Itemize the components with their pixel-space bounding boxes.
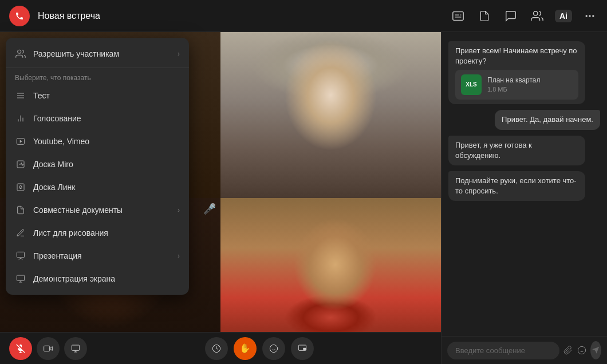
chevron-right-pres-icon: › [178, 252, 180, 260]
menu-divider-1 [6, 68, 189, 68]
menu-voting-label: Голосование [33, 114, 180, 123]
more-options-icon[interactable] [582, 8, 598, 24]
svg-point-7 [592, 15, 594, 17]
context-menu: Разрешить участникам › Выберите, что пок… [6, 38, 189, 295]
chat-icon[interactable] [503, 8, 519, 24]
screen-icon [15, 273, 26, 284]
meeting-title: Новая встреча [38, 11, 450, 21]
attach-file-button[interactable] [563, 342, 573, 359]
menu-shared-docs-label: Совместные документы [33, 205, 171, 215]
svg-point-8 [18, 50, 21, 53]
chat-messages: Привет всем! Начинаем встречу по проекту… [442, 32, 607, 336]
svg-point-30 [270, 345, 277, 352]
drawing-icon [15, 227, 26, 239]
header: Новая встреча Ai [0, 0, 607, 32]
xls-icon: XLS [461, 74, 482, 95]
svg-rect-18 [17, 184, 24, 191]
participants-icon[interactable] [529, 8, 545, 24]
docs-icon [15, 204, 26, 216]
toolbar-left [9, 337, 87, 360]
chat-message-4: Поднимайте руки, если хотите что-то спро… [448, 171, 585, 201]
svg-rect-19 [17, 252, 24, 257]
subtitles-icon[interactable] [450, 8, 466, 24]
pip-button[interactable] [291, 337, 314, 360]
svg-rect-0 [453, 11, 463, 20]
youtube-icon [15, 136, 26, 147]
mute-indicator: 🎤 [203, 203, 216, 215]
menu-test-label: Тест [33, 91, 180, 100]
chat-input-area [442, 336, 607, 364]
menu-presentation-label: Презентация [33, 251, 171, 260]
bottom-toolbar: ✋ [0, 332, 441, 364]
reactions-button[interactable] [262, 337, 285, 360]
file-attachment[interactable]: XLS План на квартал 1.8 МБ [455, 70, 578, 100]
menu-item-drawing[interactable]: Лист для рисования [6, 221, 189, 244]
video-tile-2 [220, 32, 441, 198]
svg-rect-26 [72, 345, 79, 350]
toolbar-center: ✋ [87, 337, 432, 360]
menu-section-label: Выберите, что показать [6, 70, 189, 84]
menu-item-youtube[interactable]: Youtube, Vimeo [6, 130, 189, 153]
participants-menu-icon [15, 48, 26, 60]
menu-item-link-board[interactable]: Доска Линк [6, 176, 189, 199]
chat-message-3: Привет, я уже готова к обсуждению. [448, 136, 585, 165]
mute-button[interactable] [9, 337, 32, 360]
end-call-button[interactable] [9, 6, 30, 26]
svg-rect-32 [303, 347, 306, 350]
menu-item-test[interactable]: Тест [6, 84, 189, 107]
document-icon[interactable] [476, 8, 492, 24]
list-icon [15, 90, 26, 101]
chevron-right-docs-icon: › [178, 206, 180, 214]
menu-item-miro[interactable]: Доска Miro [6, 153, 189, 176]
menu-item-presentation[interactable]: Презентация › [6, 244, 189, 267]
timer-button[interactable] [205, 337, 228, 360]
chat-message-1: Привет всем! Начинаем встречу по проекту… [448, 41, 585, 104]
emoji-button[interactable] [577, 342, 587, 359]
svg-rect-25 [44, 346, 50, 351]
svg-marker-37 [593, 347, 600, 354]
chat-message-2: Привет. Да, давай начнем. [495, 110, 600, 129]
menu-drawing-label: Лист для рисования [33, 228, 180, 238]
allow-participants-label: Разрешить участникам [33, 49, 171, 58]
camera-button[interactable] [37, 337, 60, 360]
send-message-button[interactable] [590, 341, 601, 359]
chat-panel: Привет всем! Начинаем встречу по проекту… [441, 32, 607, 364]
file-info: План на квартал 1.8 МБ [487, 76, 541, 94]
svg-marker-24 [50, 346, 53, 350]
menu-miro-label: Доска Miro [33, 160, 180, 169]
chart-icon [15, 113, 26, 124]
raise-hand-button[interactable]: ✋ [234, 337, 257, 360]
header-icons: Ai [450, 8, 598, 24]
svg-point-4 [534, 11, 538, 15]
menu-youtube-label: Youtube, Vimeo [33, 137, 180, 146]
svg-point-33 [578, 346, 585, 354]
svg-point-5 [586, 15, 588, 17]
menu-item-shared-docs[interactable]: Совместные документы › [6, 199, 189, 221]
chat-input[interactable] [447, 342, 559, 359]
ai-badge[interactable]: Ai [555, 8, 571, 24]
menu-link-board-label: Доска Линк [33, 183, 180, 192]
presentation-icon [15, 250, 26, 262]
miro-icon [15, 159, 26, 170]
svg-rect-20 [17, 275, 24, 280]
menu-allow-participants[interactable]: Разрешить участникам › [6, 42, 189, 65]
video-area: ✋ 🎤 Разрешить участникам › Выб [0, 32, 441, 364]
menu-item-screen-share[interactable]: Демонстрация экрана [6, 267, 189, 290]
main-content: ✋ 🎤 Разрешить участникам › Выб [0, 32, 607, 364]
menu-item-voting[interactable]: Голосование [6, 107, 189, 130]
svg-point-6 [589, 15, 590, 17]
link-board-icon [15, 181, 26, 193]
chevron-right-icon: › [178, 50, 180, 58]
menu-screen-label: Демонстрация экрана [33, 274, 180, 283]
screen-share-button[interactable] [64, 337, 87, 360]
svg-marker-16 [20, 140, 22, 143]
